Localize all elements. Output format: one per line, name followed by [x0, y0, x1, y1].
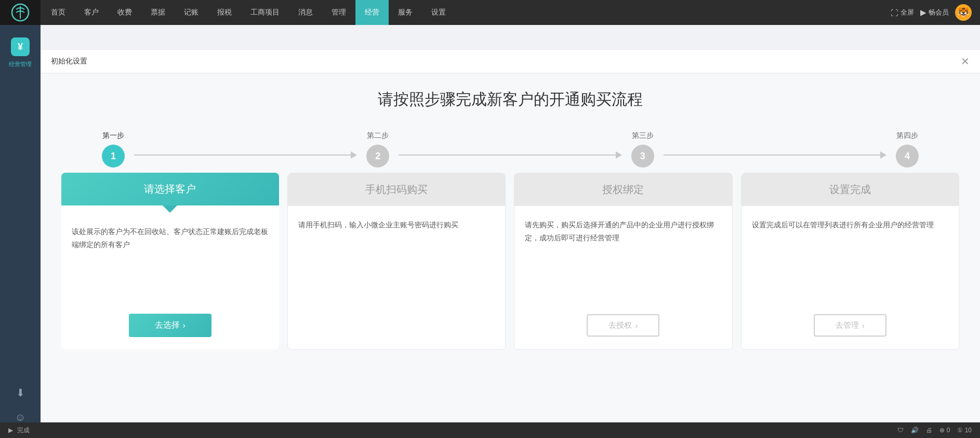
nav-service[interactable]: 服务: [389, 0, 422, 25]
connector-arrow: [880, 151, 886, 159]
status-bar-right: 🛡 🔊 🖨 ⊕ 0 ① 10: [897, 427, 972, 434]
step-card-1: 请选择客户 该处展示的客户为不在回收站、客户状态正常建账后完成老板端绑定的所有客…: [61, 173, 279, 350]
nav-message[interactable]: 消息: [289, 0, 322, 25]
step-1-action-button[interactable]: 去选择 ›: [129, 314, 211, 337]
steps-visual: 第一步 1 第二步 2 第三步 3: [61, 131, 959, 168]
card-1-footer: 去选择 ›: [61, 305, 279, 350]
nav-bookkeeping[interactable]: 记账: [175, 0, 208, 25]
status-text: 完成: [17, 426, 30, 435]
connector-1-2: [134, 151, 357, 159]
step-2-node: 第二步 2: [357, 131, 399, 168]
card-1-body: 该处展示的客户为不在回收站、客户状态正常建账后完成老板端绑定的所有客户: [61, 213, 279, 305]
left-sidebar: ¥ 经营管理 ⬇ ☺: [0, 25, 41, 438]
step-card-2: 手机扫码购买 请用手机扫码，输入小微企业主账号密码进行购买: [287, 173, 506, 350]
step-card-3: 授权绑定 请先购买，购买后选择开通的产品中的企业用户进行授权绑定，成功后即可进行…: [514, 173, 733, 350]
card-2-body: 请用手机扫码，输入小微企业主账号密码进行购买: [288, 206, 506, 328]
step-4-circle: 4: [896, 145, 919, 168]
connector-arrow: [351, 151, 357, 159]
step-1-label: 第一步: [102, 131, 124, 140]
nav-items: 首页 客户 收费 票据 记账 报税 工商项目 消息 管理 经营 服务 设置: [42, 0, 891, 25]
card-3-header: 授权绑定: [514, 173, 732, 206]
nav-business[interactable]: 工商项目: [241, 0, 289, 25]
step-4-label: 第四步: [896, 131, 918, 140]
breadcrumb-text: 初始化设置: [51, 57, 87, 66]
notification-count: ⊕ 0: [939, 427, 950, 434]
cards-row: 请选择客户 该处展示的客户为不在回收站、客户状态正常建账后完成老板端绑定的所有客…: [61, 173, 959, 350]
play-button[interactable]: ▶: [8, 427, 13, 434]
main-content: 初始化设置 ✕ 请按照步骤完成新客户的开通购买流程 第一步 1 第二步 2: [41, 50, 980, 438]
nav-tax[interactable]: 报税: [208, 0, 241, 25]
card-3-body: 请先购买，购买后选择开通的产品中的企业用户进行授权绑定，成功后即可进行经营管理: [514, 206, 732, 306]
status-bar-left: ▶ 完成: [8, 426, 30, 435]
connector-line: [664, 154, 880, 156]
card-3-footer: 去授权 ›: [514, 306, 732, 349]
fullscreen-button[interactable]: ⛶ 全屏: [891, 8, 914, 17]
top-navigation: 首页 客户 收费 票据 记账 报税 工商项目 消息 管理 经营 服务 设置 ⛶ …: [0, 0, 980, 25]
connector-3-4: [664, 151, 886, 159]
step-4-node: 第四步 4: [886, 131, 928, 168]
card-2-header: 手机扫码购买: [288, 173, 506, 206]
connector-arrow: [616, 151, 622, 159]
card-1-header: 请选择客户: [61, 173, 279, 205]
sidebar-download[interactable]: ⬇: [0, 382, 41, 403]
status-bar: ▶ 完成 🛡 🔊 🖨 ⊕ 0 ① 10: [0, 422, 980, 438]
close-button[interactable]: ✕: [961, 56, 970, 67]
nav-home[interactable]: 首页: [42, 0, 75, 25]
operations-icon: ¥: [11, 37, 30, 56]
page-title: 请按照步骤完成新客户的开通购买流程: [61, 89, 959, 110]
step-4-action-button[interactable]: 去管理 ›: [814, 314, 886, 337]
nav-invoice[interactable]: 票据: [141, 0, 175, 25]
page-content: 请按照步骤完成新客户的开通购买流程 第一步 1 第二步 2: [41, 73, 980, 365]
connector-line: [399, 154, 615, 156]
connector-line: [134, 154, 351, 156]
step-3-node: 第三步 3: [622, 131, 664, 168]
info-count: ① 10: [957, 427, 972, 434]
step-3-action-button[interactable]: 去授权 ›: [587, 314, 659, 337]
step-2-circle: 2: [366, 145, 389, 168]
app-logo[interactable]: [0, 0, 41, 25]
step-3-circle: 3: [631, 145, 654, 168]
step-1-node: 第一步 1: [92, 131, 134, 168]
card-4-body: 设置完成后可以在管理列表进行所有企业用户的经营管理: [741, 206, 959, 306]
card-4-header: 设置完成: [741, 173, 959, 206]
step-2-label: 第二步: [367, 131, 389, 140]
step-1-circle: 1: [102, 145, 125, 168]
step-card-4: 设置完成 设置完成后可以在管理列表进行所有企业用户的经营管理 去管理 ›: [741, 173, 960, 350]
nav-right-actions: ⛶ 全屏 ▶ 畅会员 🐯: [891, 4, 972, 21]
step-3-label: 第三步: [632, 131, 654, 140]
nav-operations[interactable]: 经营: [355, 0, 389, 25]
shield-icon: 🛡: [897, 427, 904, 434]
nav-management[interactable]: 管理: [322, 0, 355, 25]
user-avatar[interactable]: 🐯: [955, 4, 972, 21]
breadcrumb-bar: 初始化设置 ✕: [41, 50, 980, 73]
connector-2-3: [399, 151, 621, 159]
nav-client[interactable]: 客户: [75, 0, 108, 25]
sidebar-item-operations[interactable]: ¥ 经营管理: [0, 30, 41, 73]
vip-button[interactable]: ▶ 畅会员: [920, 8, 949, 17]
card-2-footer: [288, 328, 506, 349]
card-4-footer: 去管理 ›: [741, 306, 959, 349]
print-icon: 🖨: [926, 427, 932, 434]
card-1-arrow: [163, 205, 177, 213]
volume-icon: 🔊: [911, 427, 919, 434]
nav-collection[interactable]: 收费: [108, 0, 141, 25]
nav-settings[interactable]: 设置: [422, 0, 455, 25]
